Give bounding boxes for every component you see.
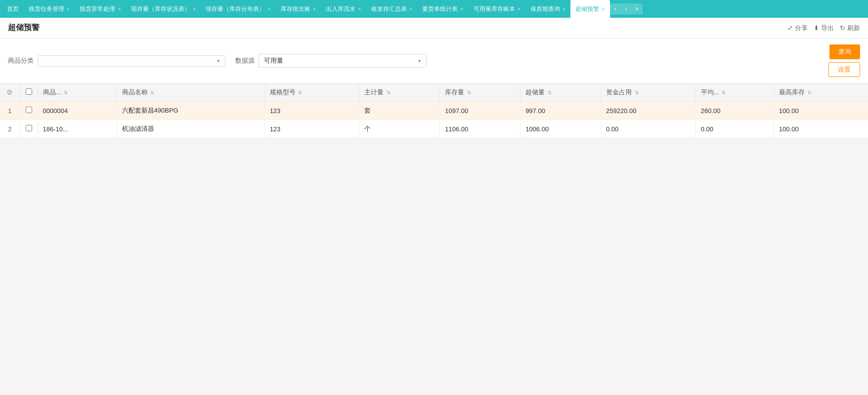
col-stock-header[interactable]: 库存量 ⇅ (440, 83, 521, 102)
chevron-down-icon: ▾ (217, 58, 220, 64)
col-product-code-header[interactable]: 商品... ⇅ (38, 83, 117, 102)
share-icon: ⤢ (787, 24, 793, 32)
close-icon[interactable]: × (460, 6, 463, 12)
datasource-select-value: 可用量 (264, 56, 283, 65)
table-row: 2 186-10... 机油滤清器 123 个 1106.00 1006.00 … (0, 120, 868, 138)
sort-icon: ⇅ (548, 90, 552, 95)
sort-icon: ⇅ (467, 90, 471, 95)
nav-stock-dist[interactable]: 现存量（库存分布表） × (201, 0, 275, 18)
unit-cell: 个 (359, 120, 440, 138)
row-checkbox-cell (20, 120, 38, 138)
stock-cell: 1097.00 (440, 102, 521, 120)
capital-cell: 259220.00 (601, 102, 696, 120)
query-button[interactable]: 查询 (829, 44, 860, 59)
export-button[interactable]: ⬇ 导出 (814, 24, 834, 33)
col-max-stock-header[interactable]: 最高库存 ⇅ (774, 83, 868, 102)
nav-home[interactable]: 首页 (2, 0, 24, 18)
spec-cell: 123 (264, 120, 359, 138)
category-label: 商品分类 (8, 56, 34, 65)
datasource-filter-group: 数据源 可用量 ▾ (235, 54, 427, 68)
datasource-select[interactable]: 可用量 ▾ (259, 54, 427, 68)
row-index: 2 (0, 120, 20, 138)
col-capital-header[interactable]: 资金占用 ⇅ (601, 83, 696, 102)
category-filter-group: 商品分类 ▾ (8, 55, 225, 67)
nav-next-button[interactable]: › (621, 3, 632, 14)
overstock-cell: 997.00 (521, 102, 601, 120)
nav-recv-send-summary[interactable]: 收发存汇总表 × (366, 0, 417, 18)
product-name-cell: 机油滤清器 (117, 120, 264, 138)
col-checkbox-header (20, 83, 38, 102)
close-icon[interactable]: × (409, 6, 412, 12)
export-icon: ⬇ (814, 24, 819, 32)
select-all-checkbox[interactable] (26, 88, 32, 95)
chevron-down-icon: ▾ (418, 58, 421, 64)
col-product-name-header[interactable]: 商品名称 ⇅ (117, 83, 264, 102)
category-select[interactable]: ▾ (38, 55, 225, 67)
stock-cell: 1106.00 (440, 120, 521, 138)
nav-batch-account[interactable]: 库存批次账 × (276, 0, 321, 18)
close-icon[interactable]: × (563, 6, 565, 12)
avg-cell: 260.00 (695, 102, 774, 120)
filter-actions: 查询 设置 (828, 44, 860, 77)
sort-icon: ⇅ (722, 90, 726, 95)
col-spec-header[interactable]: 规格型号 ⇅ (264, 83, 359, 102)
table-header-row: ⚙ 商品... ⇅ 商品名称 ⇅ 规格型号 ⇅ 主计量 (0, 83, 868, 102)
sort-icon: ⇅ (807, 90, 811, 95)
close-icon[interactable]: × (67, 6, 70, 12)
close-icon[interactable]: × (518, 6, 521, 12)
page-header: 超储预警 ⤢ 分享 ⬇ 导出 ↻ 刷新 (0, 18, 868, 39)
nav-pick-exception[interactable]: 拣货异常处理 × (75, 0, 126, 18)
overstock-table: ⚙ 商品... ⇅ 商品名称 ⇅ 规格型号 ⇅ 主计量 (0, 83, 868, 138)
nav-order-stats[interactable]: 要货单统计表 × (417, 0, 468, 18)
max-stock-cell: 100.00 (774, 102, 868, 120)
close-icon[interactable]: × (267, 6, 270, 12)
row-checkbox[interactable] (26, 125, 32, 131)
max-stock-cell: 100.00 (774, 120, 868, 138)
sort-icon: ⇅ (387, 90, 391, 95)
product-code-cell: 186-10... (38, 120, 117, 138)
close-icon[interactable]: × (602, 6, 605, 12)
table-container: ⚙ 商品... ⇅ 商品名称 ⇅ 规格型号 ⇅ 主计量 (0, 83, 868, 138)
table-body: 1 0000004 六配套新昌490BPG 123 套 1097.00 997.… (0, 102, 868, 138)
topbar: 首页 拣货任务管理 × 拣货异常处理 × 现存量（库存状况表） × 现存量（库存… (0, 0, 868, 18)
product-name-cell: 六配套新昌490BPG (117, 102, 264, 120)
nav-shelf-life[interactable]: 保质期查询 × (525, 0, 570, 18)
share-button[interactable]: ⤢ 分享 (787, 24, 808, 33)
sort-icon: ⇅ (298, 90, 302, 95)
product-code-cell: 0000004 (38, 102, 117, 120)
col-unit-header[interactable]: 主计量 ⇅ (359, 83, 440, 102)
refresh-button[interactable]: ↻ 刷新 (840, 24, 860, 33)
nav-stock-status[interactable]: 现存量（库存状况表） × (126, 0, 201, 18)
row-index: 1 (0, 102, 20, 120)
unit-cell: 套 (359, 102, 440, 120)
nav-pick-task[interactable]: 拣货任务管理 × (24, 0, 75, 18)
col-overstock-header[interactable]: 超储量 ⇅ (521, 83, 601, 102)
close-icon[interactable]: × (358, 6, 361, 12)
sort-icon: ⇅ (150, 90, 154, 95)
close-icon[interactable]: × (313, 6, 316, 12)
nav-close-button[interactable]: × (632, 3, 643, 14)
close-icon[interactable]: × (118, 6, 121, 12)
settings-button[interactable]: 设置 (828, 62, 860, 77)
page-title: 超储预警 (8, 23, 40, 33)
nav-available-account[interactable]: 可用量库存账本 × (469, 0, 525, 18)
close-icon[interactable]: × (193, 6, 196, 12)
sort-icon: ⇅ (635, 90, 639, 95)
row-checkbox-cell (20, 102, 38, 120)
spec-cell: 123 (264, 102, 359, 120)
overstock-cell: 1006.00 (521, 120, 601, 138)
filter-area: 商品分类 ▾ 数据源 可用量 ▾ 查询 设置 (0, 39, 868, 83)
datasource-label: 数据源 (235, 56, 255, 65)
nav-overstock-warning[interactable]: 超储预警 × (570, 0, 609, 18)
table-row: 1 0000004 六配套新昌490BPG 123 套 1097.00 997.… (0, 102, 868, 120)
refresh-icon: ↻ (840, 24, 845, 32)
nav-inout-flow[interactable]: 出入库流水 × (321, 0, 366, 18)
capital-cell: 0.00 (601, 120, 696, 138)
col-settings: ⚙ (0, 83, 20, 102)
row-checkbox[interactable] (26, 107, 32, 113)
header-actions: ⤢ 分享 ⬇ 导出 ↻ 刷新 (787, 24, 860, 33)
settings-icon[interactable]: ⚙ (6, 88, 13, 96)
col-avg-header[interactable]: 平均... ⇅ (695, 83, 774, 102)
nav-prev-button[interactable]: ‹ (610, 3, 621, 14)
sort-icon: ⇅ (64, 90, 68, 95)
